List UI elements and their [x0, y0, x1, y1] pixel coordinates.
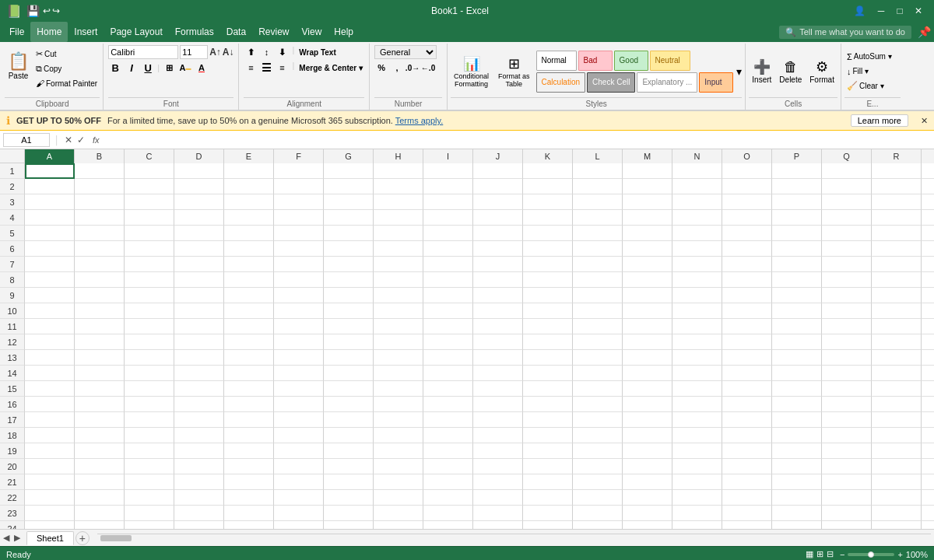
- row-num-13[interactable]: 13: [0, 350, 25, 366]
- grid-cell[interactable]: [722, 319, 772, 334]
- grid-cell[interactable]: [523, 334, 573, 350]
- grid-cell[interactable]: [772, 521, 822, 529]
- grid-cell[interactable]: [374, 303, 423, 319]
- grid-cell[interactable]: [772, 272, 822, 288]
- grid-cell[interactable]: [523, 366, 573, 381]
- grid-cell[interactable]: [573, 257, 623, 272]
- grid-cell[interactable]: [523, 226, 573, 241]
- grid-cell[interactable]: [25, 319, 75, 334]
- style-neutral[interactable]: Neutral: [650, 51, 690, 71]
- grid-cell[interactable]: [174, 428, 224, 443]
- grid-cell[interactable]: [872, 303, 922, 319]
- grid-cell[interactable]: [174, 194, 224, 210]
- merge-center-button[interactable]: Merge & Center ▾: [297, 61, 364, 75]
- grid-cell[interactable]: [174, 272, 224, 288]
- col-header-I[interactable]: I: [423, 149, 473, 163]
- grid-cell[interactable]: [722, 381, 772, 397]
- redo-icon[interactable]: ↪: [52, 5, 60, 16]
- row-num-18[interactable]: 18: [0, 428, 25, 443]
- grid-cell[interactable]: [125, 366, 174, 381]
- grid-cell[interactable]: [672, 288, 722, 303]
- grid-cell[interactable]: [872, 179, 922, 194]
- grid-cell[interactable]: [922, 459, 934, 474]
- style-good[interactable]: Good: [614, 51, 648, 71]
- grid-cell[interactable]: [922, 412, 934, 428]
- grid-cell[interactable]: [25, 241, 75, 257]
- grid-cell[interactable]: [473, 381, 523, 397]
- grid-cell[interactable]: [772, 459, 822, 474]
- style-explanatory[interactable]: Explanatory ...: [637, 72, 697, 93]
- grid-cell[interactable]: [274, 428, 324, 443]
- grid-cell[interactable]: [573, 303, 623, 319]
- grid-cell[interactable]: [573, 210, 623, 226]
- grid-cell[interactable]: [922, 443, 934, 459]
- grid-cell[interactable]: [523, 428, 573, 443]
- row-num-21[interactable]: 21: [0, 474, 25, 490]
- row-num-10[interactable]: 10: [0, 303, 25, 319]
- grid-cell[interactable]: [672, 397, 722, 412]
- grid-cell[interactable]: [274, 397, 324, 412]
- grid-cell[interactable]: [722, 241, 772, 257]
- grid-cell[interactable]: [374, 443, 423, 459]
- grid-cell[interactable]: [274, 443, 324, 459]
- grid-cell[interactable]: [374, 350, 423, 366]
- grid-cell[interactable]: [374, 506, 423, 521]
- grid-cell[interactable]: [922, 428, 934, 443]
- grid-cell[interactable]: [224, 459, 274, 474]
- grid-cell[interactable]: [224, 241, 274, 257]
- grid-cell[interactable]: [672, 506, 722, 521]
- grid-cell[interactable]: [872, 350, 922, 366]
- grid-cell[interactable]: [274, 412, 324, 428]
- grid-cell[interactable]: [224, 490, 274, 506]
- grid-cell[interactable]: [125, 443, 174, 459]
- grid-cell[interactable]: [25, 210, 75, 226]
- zoom-in-icon[interactable]: +: [897, 550, 902, 559]
- grid-cell[interactable]: [822, 303, 872, 319]
- grid-cell[interactable]: [423, 194, 473, 210]
- grid-cell[interactable]: [324, 506, 374, 521]
- grid-cell[interactable]: [722, 350, 772, 366]
- grid-cell[interactable]: [772, 474, 822, 490]
- grid-cell[interactable]: [672, 334, 722, 350]
- grid-cell[interactable]: [672, 272, 722, 288]
- grid-cell[interactable]: [324, 179, 374, 194]
- grid-cell[interactable]: [722, 194, 772, 210]
- grid-cell[interactable]: [872, 241, 922, 257]
- grid-cell[interactable]: [224, 272, 274, 288]
- font-size-input[interactable]: [180, 45, 208, 59]
- grid-cell[interactable]: [125, 272, 174, 288]
- grid-cell[interactable]: [224, 506, 274, 521]
- grid-cell[interactable]: [324, 241, 374, 257]
- grid-cell[interactable]: [423, 506, 473, 521]
- autosum-button[interactable]: Σ AutoSum ▾: [844, 50, 901, 64]
- grid-cell[interactable]: [772, 194, 822, 210]
- grid-cell[interactable]: [125, 179, 174, 194]
- grid-cell[interactable]: [75, 381, 125, 397]
- grid-cell[interactable]: [75, 412, 125, 428]
- grid-cell[interactable]: [274, 272, 324, 288]
- grid-cell[interactable]: [722, 459, 772, 474]
- grid-cell[interactable]: [822, 366, 872, 381]
- grid-cell[interactable]: [274, 459, 324, 474]
- grid-cell[interactable]: [822, 350, 872, 366]
- grid-cell[interactable]: [274, 210, 324, 226]
- grid-cell[interactable]: [623, 163, 672, 179]
- grid-cell[interactable]: [772, 226, 822, 241]
- grid-cell[interactable]: [125, 303, 174, 319]
- grid-cell[interactable]: [672, 257, 722, 272]
- grid-cell[interactable]: [423, 350, 473, 366]
- grid-cell[interactable]: [722, 179, 772, 194]
- grid-cell[interactable]: [523, 241, 573, 257]
- col-header-J[interactable]: J: [473, 149, 523, 163]
- grid-cell[interactable]: [922, 506, 934, 521]
- grid-cell[interactable]: [224, 226, 274, 241]
- grid-cell[interactable]: [573, 443, 623, 459]
- grid-cell[interactable]: [623, 350, 672, 366]
- grid-cell[interactable]: [75, 350, 125, 366]
- grid-cell[interactable]: [473, 474, 523, 490]
- grid-cell[interactable]: [672, 319, 722, 334]
- style-normal[interactable]: Normal: [536, 51, 577, 71]
- grid-cell[interactable]: [922, 350, 934, 366]
- style-bad[interactable]: Bad: [578, 51, 613, 71]
- grid-cell[interactable]: [274, 366, 324, 381]
